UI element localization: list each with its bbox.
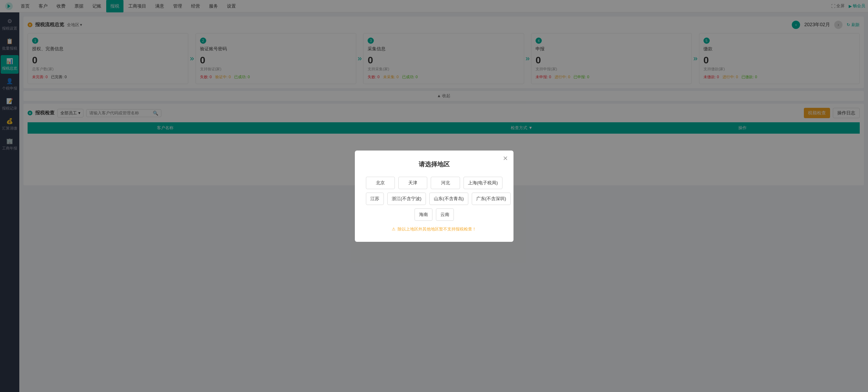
region-btn-海南[interactable]: 海南 (415, 208, 432, 221)
region-btn-江苏[interactable]: 江苏 (366, 193, 384, 205)
region-btn-河北[interactable]: 河北 (431, 177, 460, 189)
region-btn-北京[interactable]: 北京 (366, 177, 395, 189)
modal-overlay: ✕ 请选择地区 北京天津河北上海(电子税局) 江苏浙江(不含宁波)山东(不含青岛… (0, 0, 868, 392)
region-btn-上海(电子税局)[interactable]: 上海(电子税局) (463, 177, 502, 189)
region-btn-山东(不含青岛)[interactable]: 山东(不含青岛) (429, 193, 468, 205)
region-btn-浙江(不含宁波)[interactable]: 浙江(不含宁波) (387, 193, 426, 205)
warning-icon: ⚠ (392, 227, 396, 231)
region-btn-广东(不含深圳)[interactable]: 广东(不含深圳) (472, 193, 511, 205)
modal-close-btn[interactable]: ✕ (503, 155, 508, 162)
region-btn-天津[interactable]: 天津 (398, 177, 427, 189)
modal-warning: ⚠ 除以上地区外其他地区暂不支持报税检查！ (366, 226, 502, 232)
modal: ✕ 请选择地区 北京天津河北上海(电子税局) 江苏浙江(不含宁波)山东(不含青岛… (355, 151, 513, 242)
modal-title: 请选择地区 (366, 160, 502, 168)
region-row-3: 海南云南 (366, 208, 502, 221)
region-btn-云南[interactable]: 云南 (436, 208, 454, 221)
region-row-1: 北京天津河北上海(电子税局) (366, 177, 502, 189)
region-row-2: 江苏浙江(不含宁波)山东(不含青岛)广东(不含深圳) (366, 193, 502, 205)
